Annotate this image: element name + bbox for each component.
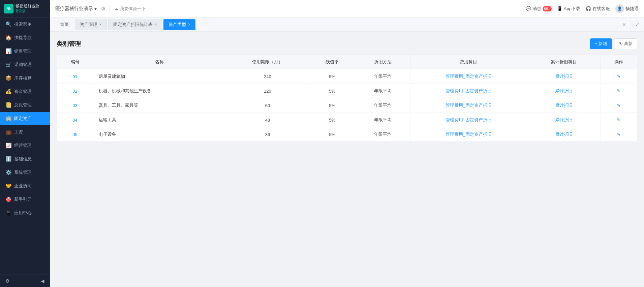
logo-sub: 普及版 [16,9,40,13]
maximize-icon: ⤢ [636,22,640,27]
topbar: 医疗器械行业演示 ▾ ⚙ ☁ 我要体验一下 💬 消息 99+ 📱 App下载 🎧 [50,0,644,18]
settings-icon[interactable]: ⚙ [5,278,10,284]
sidebar-item-label-fixed-assets: 固定资产 [14,116,32,122]
sidebar-footer: ⚙ ◀ [0,275,50,287]
experience-button[interactable]: ☁ 我要体验一下 [114,6,146,12]
search-icon: 🔍 [5,21,11,27]
maximize-button[interactable]: ⤢ [631,18,644,32]
sidebar-item-label-quick-nav: 快捷导航 [14,35,32,41]
message-button[interactable]: 💬 消息 99+ [526,6,552,12]
cell-name-1: 机器、机械和其他生产设备 [93,84,226,98]
tab-asset-mgmt-close[interactable]: × [99,22,102,27]
sidebar-item-label-search: 搜索菜单 [14,21,32,27]
cell-action-0[interactable]: ✎ [601,69,637,84]
edit-icon-3[interactable]: ✎ [617,117,621,123]
collapse-icon[interactable]: ◀ [41,278,44,284]
topbar-right: 💬 消息 99+ 📱 App下载 🎧 在线客服 👤 畅捷通 [526,4,639,13]
tabbar: 首页 资产管理 × 固定资产折旧统计表 × 资产类型 × ✕ ⤢ [50,18,644,32]
cell-method-1: 年限平均 [355,84,410,98]
sidebar-item-finance[interactable]: 💰 资金管理 [0,85,50,98]
cell-period-2: 60 [226,98,309,113]
topbar-divider [110,5,110,12]
cell-action-2[interactable]: ✎ [601,98,637,113]
col-period: 使用期限（月） [226,55,309,69]
window-controls: ✕ ⤢ [617,18,644,32]
col-name: 名称 [93,55,226,69]
tab-asset-mgmt[interactable]: 资产管理 × [75,19,107,30]
message-icon: 💬 [526,6,531,11]
tab-asset-type[interactable]: 资产类型 × [163,19,195,30]
edit-icon-4[interactable]: ✎ [617,132,621,137]
sidebar-item-fixed-assets[interactable]: 🏢 固定资产 [0,112,50,125]
cell-name-3: 运输工具 [93,113,226,127]
cell-residual-0: 5% [309,69,355,84]
cell-period-4: 36 [226,127,309,142]
edit-icon-2[interactable]: ✎ [617,103,621,108]
sidebar-item-app-center[interactable]: 📱 应用中心 [0,206,50,220]
cell-period-3: 48 [226,113,309,127]
tab-home[interactable]: 首页 [55,19,73,30]
cell-method-0: 年限平均 [355,69,410,84]
cell-action-1[interactable]: ✎ [601,84,637,98]
online-service-button[interactable]: 🎧 在线客服 [586,6,610,12]
online-service-label: 在线客服 [592,6,610,12]
table-row: 03 器具、工具、家具等 60 5% 年限平均 管理费用_固定资产折旧 累计折旧… [57,98,637,113]
sidebar-item-search[interactable]: 🔍 搜索菜单 [0,18,50,31]
sidebar-item-label-salary: 工资 [14,129,23,135]
user-menu[interactable]: 👤 畅捷通 [615,4,639,13]
cell-expense-0: 管理费用_固定资产折旧 [410,69,527,84]
purchase-icon: 🛒 [5,62,11,68]
topbar-left: 医疗器械行业演示 ▾ ⚙ ☁ 我要体验一下 [55,5,146,12]
table-row: 05 电子设备 36 5% 年限平均 管理费用_固定资产折旧 累计折旧 ✎ [57,127,637,142]
header-actions: + 新增 ↻ 刷新 [590,38,637,49]
sidebar-item-guide[interactable]: 🎯 新手引导 [0,193,50,206]
sidebar-item-system[interactable]: ⚙️ 系统管理 [0,166,50,179]
tab-asset-type-label: 资产类型 [168,22,186,28]
sidebar-item-enterprise[interactable]: 🤝 企业协同 [0,179,50,193]
refresh-button[interactable]: ↻ 刷新 [615,38,637,49]
cell-accum-1: 累计折旧 [527,84,601,98]
avatar: 👤 [615,4,624,13]
app-download-button[interactable]: 📱 App下载 [557,6,580,12]
cell-action-4[interactable]: ✎ [601,127,637,142]
page-title: 类别管理 [57,40,81,48]
company-selector[interactable]: 医疗器械行业演示 ▾ [55,6,97,12]
tab-asset-type-close[interactable]: × [188,22,190,27]
tab-depreciation[interactable]: 固定资产折旧统计表 × [108,19,162,30]
sidebar-item-inventory[interactable]: 📦 库存核算 [0,71,50,85]
table-row: 04 运输工具 48 5% 年限平均 管理费用_固定资产折旧 累计折旧 ✎ [57,113,637,127]
new-button[interactable]: + 新增 [590,38,612,49]
cell-period-1: 120 [226,84,309,98]
sidebar-item-purchase[interactable]: 🛒 采购管理 [0,58,50,71]
cell-residual-2: 5% [309,98,355,113]
tab-depreciation-close[interactable]: × [155,22,157,27]
sidebar-item-sales[interactable]: 📊 销售管理 [0,44,50,58]
sidebar-item-label-ledger: 总账管理 [14,102,32,108]
tab-home-label: 首页 [60,22,69,28]
sidebar-item-operations[interactable]: 📈 经营管理 [0,139,50,152]
cell-accum-2: 累计折旧 [527,98,601,113]
edit-icon-0[interactable]: ✎ [617,74,621,79]
table-body: 01 房屋及建筑物 240 5% 年限平均 管理费用_固定资产折旧 累计折旧 ✎… [57,69,637,142]
message-badge: 99+ [543,6,552,11]
cell-name-4: 电子设备 [93,127,226,142]
sidebar-item-quick-nav[interactable]: 🏠 快捷导航 [0,31,50,44]
settings-icon[interactable]: ⚙ [101,5,105,12]
sidebar-logo: 畅 畅捷通好业财 普及版 [0,0,50,18]
sidebar-item-salary[interactable]: 💼 工资 [0,125,50,139]
sidebar-item-basic-info[interactable]: ℹ️ 基础信息 [0,152,50,166]
sidebar-item-label-basic-info: 基础信息 [14,156,32,162]
cell-code-4: 05 [57,127,93,142]
sidebar-item-ledger[interactable]: 📒 总账管理 [0,98,50,112]
cell-expense-1: 管理费用_固定资产折旧 [410,84,527,98]
tab-asset-mgmt-label: 资产管理 [80,22,97,28]
edit-icon-1[interactable]: ✎ [617,88,621,94]
cell-expense-4: 管理费用_固定资产折旧 [410,127,527,142]
cell-residual-3: 5% [309,113,355,127]
operations-icon: 📈 [5,142,11,149]
sidebar-item-label-sales: 销售管理 [14,48,32,54]
close-button[interactable]: ✕ [617,18,631,32]
cell-name-2: 器具、工具、家具等 [93,98,226,113]
cell-action-3[interactable]: ✎ [601,113,637,127]
cell-accum-3: 累计折旧 [527,113,601,127]
